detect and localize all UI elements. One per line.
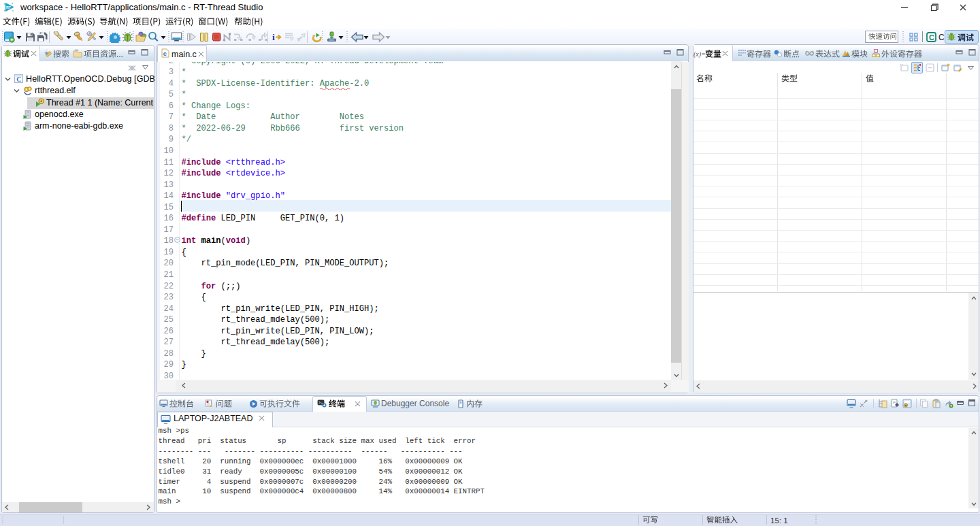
svg-text:RT: RT <box>6 5 12 10</box>
svg-text:i: i <box>272 32 275 42</box>
svg-text:C: C <box>929 33 934 42</box>
svg-text:C: C <box>16 76 21 83</box>
svg-text:c: c <box>163 50 167 58</box>
